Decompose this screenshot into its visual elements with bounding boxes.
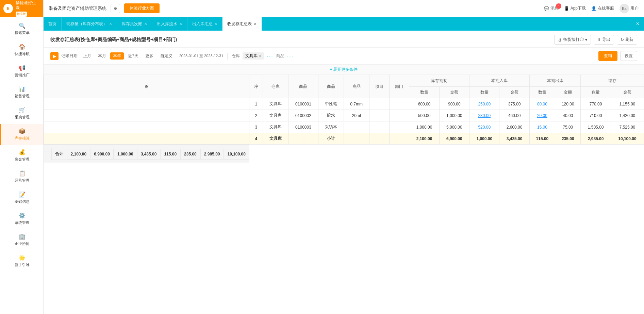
inventory-icon: 📦 [19, 128, 26, 134]
app-download-action[interactable]: 📱 App下载 [564, 5, 586, 11]
sidebar-item-quick-nav[interactable]: 🏠 快捷导航 [0, 39, 43, 61]
table-row: 3文具库0100003采访本1,000.005,000.00520.002,60… [44, 121, 644, 133]
tab-inventory-dist[interactable]: 现存量（库存分布表） × [62, 17, 117, 31]
date-btn-this-year[interactable]: 本年 [110, 52, 124, 60]
tab-receive-send-summary[interactable]: 收发存汇总表 × [222, 17, 262, 31]
expand-bar: ▾ 展开更多条件 [44, 65, 644, 75]
guide-icon: 🌟 [19, 254, 26, 261]
expand-more-link[interactable]: ▾ 展开更多条件 [330, 67, 358, 72]
th-dept: 部门 [389, 75, 409, 98]
try-industry-button[interactable]: 体验行业方案 [124, 3, 160, 13]
th-group-in: 本期入库 [469, 75, 530, 87]
tab-close-in-out-summary[interactable]: × [215, 21, 217, 26]
sidebar-item-enterprise[interactable]: 🏢 企业协同 [0, 229, 43, 250]
purchase-icon: 🛒 [19, 107, 26, 113]
th-in-qty: 数量 [469, 87, 499, 98]
total-out-amt: 235.00 [180, 149, 200, 160]
table-header-group-row: ⚙ 序 仓库 商品 商品 商品 项目 部门 库存期初 本期入库 本期出库 结存 [44, 75, 644, 87]
goods-more-dots[interactable]: ··· [287, 53, 294, 59]
th-out-qty: 数量 [529, 87, 555, 98]
tab-close-batch-ledger[interactable]: × [144, 21, 147, 26]
base-icon: 📝 [19, 191, 26, 198]
th-opening-qty: 数量 [409, 87, 439, 98]
operations-icon: 📋 [19, 170, 26, 177]
th-out-amt: 金额 [555, 87, 581, 98]
page-title: 收发存汇总表(按仓库+商品编码+商品+规格型号+项目+部门) [50, 37, 177, 43]
sidebar-item-sales[interactable]: 📊 销售管理 [0, 82, 43, 103]
date-btn-7days[interactable]: 近7天 [125, 52, 141, 60]
date-label: 记账日期 [61, 53, 78, 59]
tab-close-inventory-dist[interactable]: × [109, 21, 112, 26]
print-button[interactable]: 🖨 拣货版打印 ▾ [554, 35, 591, 45]
table-row: 2文具库0100002胶水20ml500.001,000.00230.00460… [44, 110, 644, 121]
filter-setting-button[interactable]: 设置 [620, 51, 637, 61]
total-in-qty: 1,000.00 [114, 149, 137, 160]
top-header: 装备及固定资产辅助管理系统 ⚙ 体验行业方案 💬 消息 6 📱 App下载 👤 … [44, 0, 644, 17]
tab-batch-ledger[interactable]: 库存批次账 × [117, 17, 152, 31]
enterprise-icon: 🏢 [19, 233, 26, 240]
sidebar-item-operations[interactable]: 📋 经营管理 [0, 166, 43, 187]
system-icon: ⚙️ [19, 212, 26, 219]
th-settings[interactable]: ⚙ [44, 75, 249, 98]
sidebar-nav: 🔍 搜索菜单 🏠 快捷导航 📢 营销推广 📊 销售管理 🛒 采购管理 📦 库存核… [0, 17, 43, 314]
th-in-amt: 金额 [499, 87, 529, 98]
sidebar-item-search[interactable]: 🔍 搜索菜单 [0, 18, 43, 39]
total-in-amt: 3,435.00 [137, 149, 161, 160]
warehouse-label: 仓库 [232, 53, 240, 59]
tab-home[interactable]: 首页 [44, 17, 62, 31]
settings-button[interactable]: ⚙ [111, 4, 120, 13]
online-service-action[interactable]: 👤 在线客服 [591, 5, 614, 11]
sidebar-item-purchase[interactable]: 🛒 采购管理 [0, 103, 43, 124]
tab-bar: 首页 现存量（库存分布表） × 库存批次账 × 出入库流水 × 出入库汇总 × … [44, 17, 644, 31]
main-content: 装备及固定资产辅助管理系统 ⚙ 体验行业方案 💬 消息 6 📱 App下载 👤 … [44, 0, 644, 314]
total-closing-amt: 10,100.00 [224, 149, 249, 160]
search-icon: 🔍 [19, 22, 26, 29]
sidebar-item-base[interactable]: 📝 基础信息 [0, 187, 43, 208]
total-opening-qty: 2,100.00 [67, 149, 90, 160]
date-btn-last-month[interactable]: 上月 [80, 52, 94, 60]
marketing-icon: 📢 [19, 65, 26, 71]
export-button[interactable]: ⬆ 导出 [594, 35, 614, 45]
date-btn-this-month[interactable]: 本月 [95, 52, 109, 60]
date-btn-custom[interactable]: 自定义 [158, 52, 175, 60]
total-label [44, 151, 51, 157]
logo-title: 畅捷通好生意 [16, 0, 40, 11]
tab-in-out-flow[interactable]: 出入库流水 × [152, 17, 187, 31]
warehouse-tag-close[interactable]: × [259, 54, 261, 59]
refresh-button[interactable]: ↻ 刷新 [617, 35, 637, 45]
th-group-out: 本期出库 [529, 75, 581, 87]
date-range: 2023-01-01 至 2023-12-31 [179, 53, 224, 59]
sidebar-item-system[interactable]: ⚙️ 系统管理 [0, 208, 43, 229]
sidebar-item-guide[interactable]: 🌟 新手引导 [0, 250, 43, 271]
tab-bar-close-button[interactable]: × [631, 21, 644, 27]
sidebar-item-marketing[interactable]: 📢 营销推广 [0, 61, 43, 82]
sales-icon: 📊 [19, 86, 26, 92]
th-project: 项目 [369, 75, 389, 98]
th-group-opening: 库存期初 [409, 75, 469, 87]
chevron-down-icon: ▾ [585, 37, 587, 42]
sidebar-item-finance[interactable]: 💰 资金管理 [0, 145, 43, 166]
export-icon: ⬆ [597, 37, 601, 42]
warehouse-more-dots[interactable]: ··· [267, 53, 273, 59]
th-goods-name: 商品 [318, 75, 344, 98]
tab-close-in-out-flow[interactable]: × [179, 21, 182, 26]
warehouse-tag: 文具库 × [243, 52, 264, 60]
th-goods-code: 商品 [288, 75, 318, 98]
total-closing-qty: 2,985.00 [200, 149, 224, 160]
tab-close-receive-send-summary[interactable]: × [254, 21, 257, 26]
table-row: 1文具库0100001中性笔0.7mm600.00900.00250.00375… [44, 98, 644, 110]
filter-toggle-button[interactable]: ▶ [50, 52, 59, 60]
system-title: 装备及固定资产辅助管理系统 [49, 5, 106, 12]
date-btn-more[interactable]: 更多 [143, 52, 156, 60]
expand-icon: ▾ [330, 67, 332, 72]
user-action[interactable]: Ea 用户 [620, 4, 639, 13]
table-wrap: ⚙ 序 仓库 商品 商品 商品 项目 部门 库存期初 本期入库 本期出库 结存 [44, 75, 644, 183]
tab-in-out-summary[interactable]: 出入库汇总 × [187, 17, 222, 31]
query-button[interactable]: 查询 [598, 51, 617, 61]
message-action[interactable]: 💬 消息 6 [544, 5, 559, 11]
sidebar-item-inventory[interactable]: 📦 库存核算 [0, 124, 43, 145]
phone-icon: 📱 [564, 6, 569, 11]
logo-icon: 6 [3, 4, 13, 13]
divider [227, 53, 228, 60]
page-title-bar: 收发存汇总表(按仓库+商品编码+商品+规格型号+项目+部门) 🖨 拣货版打印 ▾… [44, 31, 644, 48]
